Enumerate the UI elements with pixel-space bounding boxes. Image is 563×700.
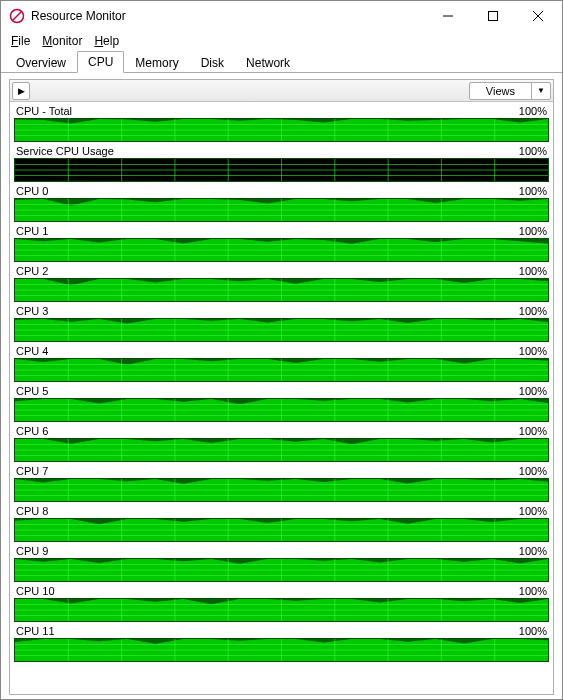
graph-chart: [14, 558, 549, 582]
graph-header: CPU 6 100%: [14, 424, 549, 438]
graph-chart: [14, 598, 549, 622]
graph-scale: 100%: [519, 465, 547, 477]
tab-network[interactable]: Network: [235, 52, 301, 73]
chevron-down-icon: ▼: [532, 86, 550, 95]
menubar: File Monitor Help: [1, 31, 562, 51]
titlebar[interactable]: Resource Monitor: [1, 1, 562, 31]
menu-file[interactable]: File: [5, 32, 36, 50]
views-dropdown[interactable]: Views ▼: [469, 82, 551, 100]
collapse-button[interactable]: ▶: [12, 82, 30, 100]
graph-row: CPU 2 100%: [14, 264, 549, 302]
graph-row: CPU 3 100%: [14, 304, 549, 342]
graph-row: CPU 11 100%: [14, 624, 549, 662]
graph-row: CPU 6 100%: [14, 424, 549, 462]
graph-chart: [14, 118, 549, 142]
graph-header: CPU 7 100%: [14, 464, 549, 478]
graph-chart: [14, 398, 549, 422]
graph-header: CPU 4 100%: [14, 344, 549, 358]
graph-scale: 100%: [519, 305, 547, 317]
graph-scale: 100%: [519, 185, 547, 197]
window-title: Resource Monitor: [31, 9, 425, 23]
graph-chart: [14, 318, 549, 342]
graph-header: Service CPU Usage 100%: [14, 144, 549, 158]
graph-scale: 100%: [519, 105, 547, 117]
views-label: Views: [470, 83, 532, 99]
graph-chart: [14, 518, 549, 542]
graph-scale: 100%: [519, 425, 547, 437]
graph-header: CPU 1 100%: [14, 224, 549, 238]
graph-row: CPU 9 100%: [14, 544, 549, 582]
graph-chart: [14, 238, 549, 262]
graph-row: CPU 8 100%: [14, 504, 549, 542]
minimize-button[interactable]: [425, 2, 470, 30]
svg-line-1: [13, 12, 22, 21]
graph-header: CPU 3 100%: [14, 304, 549, 318]
graph-scale: 100%: [519, 585, 547, 597]
graph-header: CPU 2 100%: [14, 264, 549, 278]
graph-label: CPU 4: [16, 345, 48, 357]
graph-scale: 100%: [519, 145, 547, 157]
graph-label: CPU 11: [16, 625, 55, 637]
graph-header: CPU 5 100%: [14, 384, 549, 398]
graph-row: Service CPU Usage 100%: [14, 144, 549, 182]
graph-header: CPU - Total 100%: [14, 104, 549, 118]
graph-scale: 100%: [519, 385, 547, 397]
window-controls: [425, 2, 560, 30]
close-button[interactable]: [515, 2, 560, 30]
graph-label: CPU 8: [16, 505, 48, 517]
graph-chart: [14, 278, 549, 302]
chevron-right-icon: ▶: [18, 86, 25, 96]
tab-memory[interactable]: Memory: [124, 52, 189, 73]
graph-chart: [14, 158, 549, 182]
graph-label: CPU 7: [16, 465, 48, 477]
graph-row: CPU 5 100%: [14, 384, 549, 422]
graph-chart: [14, 358, 549, 382]
graph-label: CPU 5: [16, 385, 48, 397]
graphs-list[interactable]: CPU - Total 100% Service CPU Usage 100%: [10, 102, 553, 694]
graph-scale: 100%: [519, 345, 547, 357]
graph-label: CPU 0: [16, 185, 48, 197]
menu-monitor[interactable]: Monitor: [36, 32, 88, 50]
tab-cpu[interactable]: CPU: [77, 51, 124, 73]
graph-label: CPU 9: [16, 545, 48, 557]
graph-label: CPU 10: [16, 585, 55, 597]
graph-scale: 100%: [519, 265, 547, 277]
graph-chart: [14, 638, 549, 662]
tab-bar: Overview CPU Memory Disk Network: [1, 51, 562, 73]
app-icon: [9, 8, 25, 24]
maximize-button[interactable]: [470, 2, 515, 30]
tab-overview[interactable]: Overview: [5, 52, 77, 73]
graph-row: CPU 10 100%: [14, 584, 549, 622]
graph-label: CPU - Total: [16, 105, 72, 117]
graph-scale: 100%: [519, 225, 547, 237]
graph-label: CPU 1: [16, 225, 48, 237]
graph-label: Service CPU Usage: [16, 145, 114, 157]
graphs-panel: ▶ Views ▼ CPU - Total 100% Service CPU U…: [9, 79, 554, 695]
graph-header: CPU 10 100%: [14, 584, 549, 598]
graph-header: CPU 11 100%: [14, 624, 549, 638]
graph-header: CPU 8 100%: [14, 504, 549, 518]
menu-help[interactable]: Help: [88, 32, 125, 50]
content-area: ▶ Views ▼ CPU - Total 100% Service CPU U…: [1, 73, 562, 700]
graph-label: CPU 2: [16, 265, 48, 277]
graph-header: CPU 0 100%: [14, 184, 549, 198]
graph-row: CPU 0 100%: [14, 184, 549, 222]
graph-label: CPU 6: [16, 425, 48, 437]
svg-rect-3: [488, 12, 497, 21]
graph-label: CPU 3: [16, 305, 48, 317]
graph-chart: [14, 438, 549, 462]
graph-row: CPU - Total 100%: [14, 104, 549, 142]
graph-scale: 100%: [519, 545, 547, 557]
graph-header: CPU 9 100%: [14, 544, 549, 558]
graph-row: CPU 4 100%: [14, 344, 549, 382]
graph-scale: 100%: [519, 505, 547, 517]
graph-row: CPU 7 100%: [14, 464, 549, 502]
graph-scale: 100%: [519, 625, 547, 637]
graph-chart: [14, 198, 549, 222]
panel-header: ▶ Views ▼: [10, 80, 553, 102]
graph-chart: [14, 478, 549, 502]
graph-row: CPU 1 100%: [14, 224, 549, 262]
tab-disk[interactable]: Disk: [190, 52, 235, 73]
